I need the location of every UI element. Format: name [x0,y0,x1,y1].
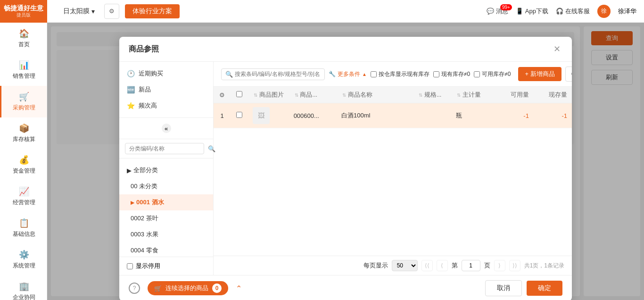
stock-nonzero-checkbox[interactable] [433,71,439,77]
table-row[interactable]: 1 🖼 [214,103,572,128]
footer-right: 取消 确定 [485,280,562,296]
col-check [231,87,248,103]
cat-0004[interactable]: 0004 零食 [119,242,213,257]
sidebar-item-home[interactable]: 🏠 首页 [0,23,47,54]
col-spec-label: 规格... [424,91,442,98]
sidebar-item-corp[interactable]: 🏢 企业协同 [0,275,47,300]
page-label: 第 [452,261,458,270]
warehouse-filter-checkbox[interactable] [371,71,377,77]
avail-nonzero-checkbox[interactable] [474,71,480,77]
cat-active-arrow-icon: ▶ [131,200,134,205]
cat-0003[interactable]: 0003 水果 [119,226,213,242]
message-icon: 💬 [487,8,494,15]
row-no: 1 [214,103,231,128]
store-selector[interactable]: 日太阳膜 ▾ [59,5,99,17]
tab-recent-purchase[interactable]: 🕐 近期购买 [119,66,213,82]
collapse-footer-button[interactable]: ⌃ [236,284,242,293]
avail-nonzero-filter-label: 可用库存≠0 [474,70,511,78]
finance-icon: 💰 [19,155,29,165]
prev-page-button[interactable]: ⟨ [437,260,448,271]
col-code-header: ⇅ 商品... [289,87,337,103]
row-img-cell: 🖼 [248,103,289,128]
footer-left: ? 🛒 连续选择的商品 0 ⌃ [129,281,242,295]
user-avatar[interactable]: 徐 [597,5,611,18]
modal-close-button[interactable]: ✕ [551,43,562,55]
sidebar-item-sales[interactable]: 📊 销售管理 [0,54,47,86]
collapse-button[interactable]: « [162,124,171,133]
add-product-button[interactable]: + 新增商品 [518,67,561,81]
sidebar-item-inventory[interactable]: 📦 库存核算 [0,117,47,149]
stock-nonzero-text: 现有库存≠0 [441,70,470,78]
modal-footer: ? 🛒 连续选择的商品 0 ⌃ 取消 确定 [119,275,572,300]
first-page-button[interactable]: ⟨⟨ [421,260,433,271]
sidebar-item-system[interactable]: ⚙️ 系统管理 [0,244,47,275]
cart-count: 0 [212,283,222,293]
trial-button[interactable]: 体验行业方案 [125,4,180,18]
app-logo: 畅捷通好生意 捷员版 [0,0,47,23]
col-unit-header: ⇅ 主计量 [451,87,486,103]
page-number-input[interactable] [462,260,480,271]
sidebar-item-purchase-label: 采购管理 [13,104,35,112]
sidebar-item-base[interactable]: 📋 基础信息 [0,212,47,244]
cat-00[interactable]: 00 未分类 [119,178,213,194]
select-all-checkbox[interactable] [236,91,242,97]
cat-0002[interactable]: 0002 茶叶 [119,210,213,226]
settings-button[interactable]: ⚙ [104,4,119,19]
sidebar-item-purchase[interactable]: 🛒 采购管理 [0,86,47,117]
display-stopped-checkbox[interactable] [127,263,133,269]
table-head: ⚙ ⇅ 商品图片 [214,87,572,103]
cat-0001[interactable]: ▶ 0001 酒水 [119,194,213,210]
purchase-icon: 🛒 [19,92,29,102]
cart-icon: 🛒 [154,285,162,292]
col-spec-sort-icon: ⇅ [419,92,422,98]
page-unit-label: 页 [484,261,490,270]
col-gear: ⚙ [214,87,231,103]
sidebar-item-finance[interactable]: 💰 资金管理 [0,149,47,181]
refresh-button[interactable]: C 刷新 [565,67,572,82]
app-name: 畅捷通好生意 [4,4,43,12]
last-page-button[interactable]: ⟩⟩ [509,260,520,271]
col-stock-label: 现存量 [549,91,567,98]
online-service-label: 在线客服 [565,7,590,16]
chevron-down-icon: ▾ [91,8,95,15]
cat-arrow-icon: ▶ [127,167,132,174]
confirm-button[interactable]: 确定 [527,281,562,296]
page-size-select[interactable]: 20 50 100 [392,260,418,271]
row-spec [413,103,451,128]
cat-all[interactable]: ▶ 全部分类 [119,162,213,178]
topbar-right: 💬 消息 99+ 📱 App下载 🎧 在线客服 徐 徐泽华 [487,5,636,18]
tab-new-product[interactable]: 🆕 新品 [119,82,213,98]
tab-frequent[interactable]: ⭐ 频次高 [119,98,213,114]
left-panel: 🕐 近期购买 🆕 新品 ⭐ 频次高 [119,62,214,275]
help-button[interactable]: ? [129,283,140,294]
more-filter-label: 更多条件 [338,70,360,78]
page-size-label: 每页显示 [363,261,388,270]
online-service-button[interactable]: 🎧 在线客服 [556,7,590,16]
row-unit: 瓶 [451,103,486,128]
col-code-sort-icon: ⇅ [295,92,298,98]
more-filter-button[interactable]: 🔧 更多条件 ▲ [329,70,367,78]
modal-body: 🕐 近期购买 🆕 新品 ⭐ 频次高 [119,62,572,275]
col-code-label: 商品... [300,91,317,98]
operation-icon: 📈 [19,186,29,197]
category-search-input[interactable] [125,143,204,154]
cart-info-button[interactable]: 🛒 连续选择的商品 0 [148,281,228,295]
product-search-wrap: 🔍 [221,68,325,80]
app-edition: 捷员版 [17,12,31,18]
message-button[interactable]: 💬 消息 99+ [487,7,508,16]
cancel-button[interactable]: 取消 [485,280,522,296]
clock-icon: 🕐 [127,70,135,77]
product-table-wrap: ⚙ ⇅ 商品图片 [214,87,572,256]
topbar: 畅捷通好生意 捷员版 日太阳膜 ▾ ⚙ 体验行业方案 💬 消息 99+ 📱 Ap… [0,0,644,23]
product-search-input[interactable] [235,71,321,77]
col-img-sort-icon: ⇅ [254,92,257,98]
sidebar-item-operation[interactable]: 📈 经营管理 [0,181,47,212]
col-stock-header: 现存量 [534,87,572,103]
next-page-button[interactable]: ⟩ [494,260,505,271]
gear-icon[interactable]: ⚙ [219,92,225,99]
row-checkbox[interactable] [236,112,242,118]
pagination: 每页显示 20 50 100 ⟨⟨ ⟨ 第 页 ⟩ [214,256,572,275]
app-download-button[interactable]: 📱 App下载 [516,7,548,16]
new-icon: 🆕 [127,86,135,93]
col-img-header: ⇅ 商品图片 [248,87,289,103]
